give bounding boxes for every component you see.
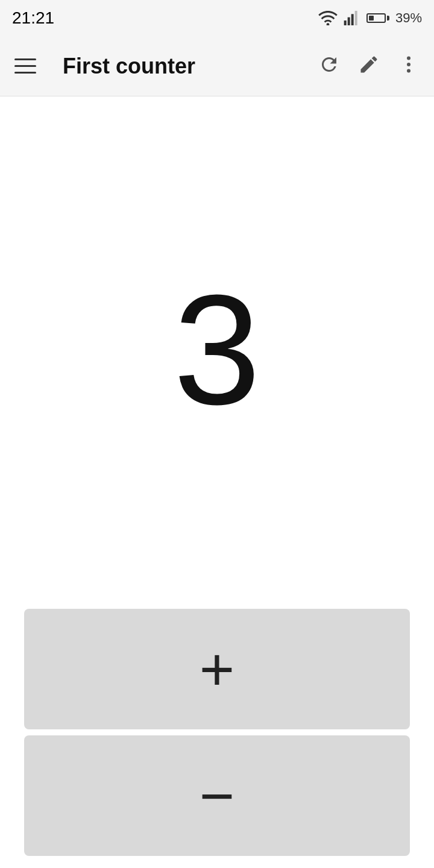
svg-rect-2 [348,17,350,25]
app-title: First counter [63,54,318,79]
status-time: 21:21 [12,8,54,28]
status-icons: 39% [318,10,422,26]
app-bar: First counter [0,36,434,96]
edit-button[interactable] [358,54,380,79]
svg-rect-1 [344,20,347,25]
hamburger-icon [14,65,36,67]
svg-point-7 [407,69,410,72]
more-options-button[interactable] [398,54,420,79]
svg-rect-3 [351,14,354,25]
decrement-button[interactable]: − [24,735,410,856]
refresh-button[interactable] [318,54,340,79]
counter-display-area: 3 [0,96,434,603]
increment-button[interactable]: + [24,609,410,729]
hamburger-menu-button[interactable] [14,51,45,81]
svg-point-5 [407,56,410,60]
main-content: 3 + − [0,96,434,868]
svg-point-0 [327,23,330,25]
minus-icon: − [200,766,234,826]
hamburger-icon [14,72,36,74]
battery-percent: 39% [395,10,422,26]
hamburger-icon [14,58,36,60]
signal-icon [344,11,360,25]
app-bar-actions [318,54,420,79]
counter-value: 3 [174,271,261,428]
plus-icon: + [200,639,234,699]
wifi-icon [318,11,338,25]
status-bar: 21:21 39% [0,0,434,36]
battery-icon [366,13,389,23]
svg-point-6 [407,63,410,66]
svg-rect-4 [355,11,357,25]
buttons-area: + − [0,603,434,868]
